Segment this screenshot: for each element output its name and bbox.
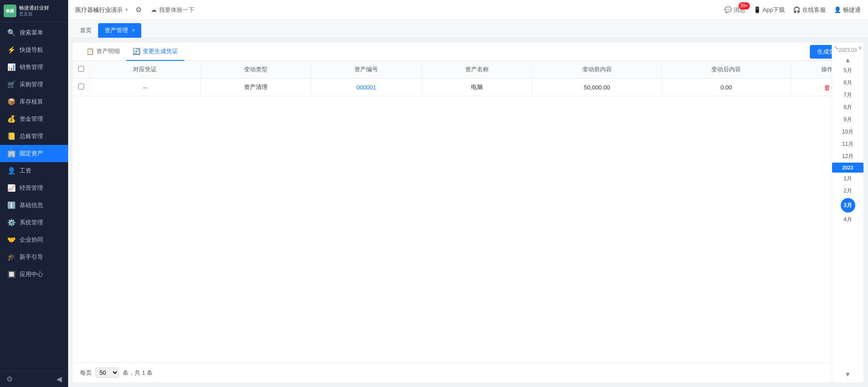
headset-icon: 🎧 (793, 6, 800, 13)
col-voucher: 对应凭证 (90, 61, 201, 79)
logo-title: 畅捷通好业财 (19, 5, 49, 11)
sidebar-item-salary[interactable]: 👤 工资 (0, 162, 68, 179)
inner-tab2-label: 变更生成凭证 (143, 47, 178, 55)
select-all-header (73, 61, 90, 79)
sidebar-item-search[interactable]: 🔍 搜索菜单 (0, 24, 68, 41)
date-year-2023[interactable]: 2023 (832, 163, 863, 173)
grid-icon: 🔲 (7, 270, 16, 278)
sidebar-item-inventory[interactable]: 📦 库存核算 (0, 93, 68, 110)
sidebar-item-fund[interactable]: 💰 资金管理 (0, 110, 68, 128)
date-month-6[interactable]: 6月 (832, 77, 863, 89)
date-nav-up-button[interactable]: ▲ (832, 55, 863, 64)
cart-icon: 🛒 (7, 80, 16, 89)
col-change-type: 变动类型 (200, 61, 311, 79)
chevron-down-icon: ▾ (125, 7, 128, 13)
sidebar-item-sales[interactable]: 📊 销售管理 (0, 59, 68, 76)
person-icon: 👤 (7, 167, 16, 175)
sidebar-item-operations[interactable]: 📈 经营管理 (0, 179, 68, 197)
date-month-11[interactable]: 11月 (832, 138, 863, 150)
company-selector[interactable]: 医疗器械行业演示 ▾ (75, 6, 128, 14)
sidebar-item-ledger[interactable]: 📒 总账管理 (0, 128, 68, 145)
date-month-2[interactable]: 2月 (832, 185, 863, 197)
message-icon: 💬 (724, 6, 732, 13)
main-area: 医疗器械行业演示 ▾ ⚙ ☁ 我要体验一下 💬 消息 99+ 📱 App下载 🎧… (68, 0, 868, 387)
topbar: 医疗器械行业演示 ▾ ⚙ ☁ 我要体验一下 💬 消息 99+ 📱 App下载 🎧… (68, 0, 868, 20)
trending-icon: 📈 (7, 184, 16, 192)
date-month-3-active[interactable]: 3月 (841, 198, 855, 213)
logo-subtitle: 普及版 (19, 11, 49, 17)
sidebar-item-app-center[interactable]: 🔲 应用中心 (0, 266, 68, 283)
total-label: 条，共 1 条 (123, 369, 153, 377)
customer-service-button[interactable]: 🎧 在线客服 (793, 6, 826, 14)
col-after-change: 变动后内容 (662, 61, 791, 79)
gear-icon: ⚙️ (7, 218, 16, 227)
date-panel-expand-icon[interactable]: ⤡ (834, 45, 839, 51)
date-nav-down-button[interactable]: ▼ (832, 370, 863, 379)
sidebar-item-label: 经营管理 (20, 184, 43, 192)
topbar-right: 💬 消息 99+ 📱 App下载 🎧 在线客服 👤 畅捷通 (724, 6, 861, 14)
sidebar-item-label: 企业协同 (20, 236, 43, 244)
date-panel-months: 5月 6月 7月 8月 9月 10月 11月 12月 2023 1月 2月 3月… (832, 64, 863, 370)
experience-button[interactable]: ☁ 我要体验一下 (151, 6, 194, 14)
sidebar-item-label: 销售管理 (20, 63, 43, 71)
row-change-type: 资产清理 (200, 79, 311, 96)
handshake-icon: 🤝 (7, 236, 16, 244)
sidebar-item-purchase[interactable]: 🛒 采购管理 (0, 76, 68, 93)
user-menu-button[interactable]: 👤 畅捷通 (834, 6, 861, 14)
date-month-5[interactable]: 5月 (832, 64, 863, 77)
settings-icon[interactable]: ⚙ (6, 375, 13, 383)
date-month-1[interactable]: 1月 (832, 173, 863, 185)
date-month-7[interactable]: 7月 (832, 89, 863, 101)
sidebar-item-quick-nav[interactable]: ⚡ 快捷导航 (0, 41, 68, 59)
sidebar-item-guide[interactable]: 🎓 新手引导 (0, 248, 68, 266)
tabbar: 首页 资产管理 × (68, 20, 868, 38)
table-row: -- 资产清理 000001 电脑 (73, 79, 863, 96)
tab-asset-management-label: 资产管理 (104, 26, 128, 35)
avatar-icon: 👤 (834, 6, 841, 13)
row-asset-code: 000001 (311, 79, 422, 96)
money-icon: 💰 (7, 115, 16, 123)
logo-text: 畅捷通好业财 普及版 (19, 5, 49, 17)
date-month-8[interactable]: 8月 (832, 101, 863, 114)
messages-button[interactable]: 💬 消息 99+ (724, 6, 745, 14)
per-page-select[interactable]: 50 10 20 100 (95, 367, 119, 378)
messages-badge: 99+ (739, 2, 750, 10)
sidebar-item-label: 系统管理 (20, 218, 43, 227)
sidebar-item-enterprise[interactable]: 🤝 企业协同 (0, 231, 68, 248)
sidebar-item-label: 库存核算 (20, 98, 43, 106)
sidebar-item-label: 采购管理 (20, 80, 43, 89)
tab-asset-management[interactable]: 资产管理 × (98, 23, 141, 38)
date-panel-close-button[interactable]: × (858, 45, 862, 51)
chart-icon: 📊 (7, 63, 16, 71)
tab-home[interactable]: 首页 (75, 23, 96, 38)
date-month-9[interactable]: 9月 (832, 114, 863, 126)
inner-tab-asset-detail[interactable]: 📋 资产明细 (80, 43, 126, 61)
date-panel: ⤡ × 2023.03 ▲ 5月 6月 7月 8月 9月 10月 11月 12月… (832, 43, 863, 382)
sidebar-logo: 畅捷 畅捷通好业财 普及版 (0, 0, 68, 22)
topbar-gear-icon[interactable]: ⚙ (135, 5, 142, 14)
guide-icon: 🎓 (7, 253, 16, 261)
row-checkbox[interactable] (78, 84, 84, 89)
box-icon: 📦 (7, 98, 16, 106)
date-month-10[interactable]: 10月 (832, 126, 863, 138)
date-month-4[interactable]: 4月 (832, 213, 863, 226)
sidebar-item-label: 资金管理 (20, 115, 43, 123)
sidebar-item-label: 基础信息 (20, 201, 43, 209)
delete-row-button[interactable]: 🗑 (824, 84, 831, 91)
app-download-button[interactable]: 📱 App下载 (754, 6, 785, 14)
date-month-12[interactable]: 12月 (832, 150, 863, 163)
cloud-icon: ☁ (151, 6, 157, 13)
collapse-icon[interactable]: ◀ (56, 375, 62, 383)
sidebar-item-label: 搜索菜单 (20, 29, 43, 37)
inner-tab-change-voucher[interactable]: 🔄 变更生成凭证 (126, 43, 184, 61)
content-area: 📋 资产明细 🔄 变更生成凭证 生成凭证 ▼ (73, 43, 863, 382)
search-icon: 🔍 (7, 29, 16, 37)
select-all-checkbox[interactable] (78, 66, 84, 72)
sidebar-item-fixed-assets[interactable]: 🏢 固定资产 (0, 145, 68, 162)
sidebar-item-basic-info[interactable]: ℹ️ 基础信息 (0, 197, 68, 214)
col-before-change: 变动前内容 (532, 61, 662, 79)
sidebar-item-system[interactable]: ⚙️ 系统管理 (0, 214, 68, 231)
logo-icon: 畅捷 (4, 5, 16, 17)
row-asset-name: 电脑 (422, 79, 532, 96)
tab-close-icon[interactable]: × (132, 27, 135, 34)
